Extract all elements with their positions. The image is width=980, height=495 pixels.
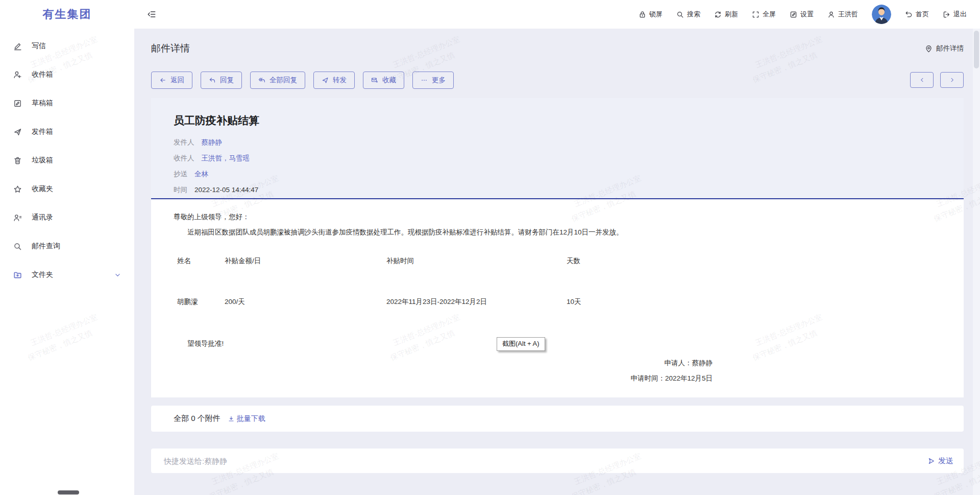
logout-button[interactable]: 退出 (943, 10, 967, 19)
mail-actions: 返回 回复 全部回复 转发 收藏 更多 (151, 72, 454, 89)
forward-button[interactable]: 转发 (313, 72, 355, 89)
paper-plane-icon (13, 128, 22, 136)
search-icon (13, 242, 22, 251)
th-period: 补贴时间 (383, 256, 563, 266)
mail-cc-row: 抄送 全林 (174, 166, 941, 182)
mail-from-row: 发件人 蔡静静 (174, 134, 941, 150)
topbar-tools: 锁屏 搜索 刷新 全屏 设置 王洪哲 首页 (639, 5, 967, 24)
sidebar-item-label: 收藏夹 (32, 184, 53, 194)
applicant-line: 申请人：蔡静静 (174, 356, 713, 371)
fullscreen-button[interactable]: 全屏 (752, 10, 776, 19)
refresh-button[interactable]: 刷新 (714, 10, 738, 19)
th-days: 天数 (563, 256, 580, 266)
sidebar-item-label: 收件箱 (32, 70, 53, 79)
mail-signature: 申请人：蔡静静 申请时间：2022年12月5日 (174, 356, 713, 386)
mail-star-icon (371, 77, 378, 84)
send-button[interactable]: 发送 (927, 456, 953, 466)
from-value[interactable]: 蔡静静 (202, 138, 223, 147)
send-triangle-icon (927, 457, 935, 465)
settings-button[interactable]: 设置 (790, 10, 814, 19)
inbox-person-icon (13, 70, 22, 79)
back-button[interactable]: 返回 (151, 72, 192, 89)
breadcrumb: 邮件详情 (925, 44, 964, 53)
next-mail-button[interactable] (940, 72, 964, 88)
topbar: 锁屏 搜索 刷新 全屏 设置 王洪哲 首页 (134, 0, 980, 29)
reply-button[interactable]: 回复 (201, 72, 242, 89)
star-icon (13, 185, 22, 194)
table-header-row: 姓名 补贴金额/日 补贴时间 天数 (174, 256, 941, 266)
subsidy-table: 姓名 补贴金额/日 补贴时间 天数 胡鹏濛 200/天 2022年11月23日-… (174, 256, 941, 307)
quick-send-input[interactable] (161, 456, 927, 466)
more-dots-icon (421, 77, 428, 84)
search-icon (676, 11, 684, 18)
chevron-down-icon[interactable] (114, 272, 121, 278)
table-row: 胡鹏濛 200/天 2022年11月23日-2022年12月2日 10天 (174, 297, 941, 307)
to-label: 收件人 (174, 154, 194, 163)
sidebar-item-label: 通讯录 (32, 213, 53, 222)
mail-subject: 员工防疫补贴结算 (174, 113, 941, 128)
sidebar: 有生集团 写信 收件箱 草稿箱 发件箱 垃圾箱 收藏夹 通讯录 (0, 0, 134, 495)
home-button[interactable]: 首页 (905, 10, 929, 19)
td-amount: 200/天 (221, 297, 383, 307)
time-label: 时间 (174, 185, 187, 195)
td-period: 2022年11月23日-2022年12月2日 (383, 297, 563, 307)
to-value[interactable]: 王洪哲，马雪瑶 (202, 154, 250, 163)
mail-header: 员工防疫补贴结算 发件人 蔡静静 收件人 王洪哲，马雪瑶 抄送 全林 时间 20… (151, 98, 964, 199)
batch-download-link[interactable]: 批量下载 (228, 414, 265, 423)
sidebar-item-label: 文件夹 (32, 270, 53, 279)
sidebar-item-label: 草稿箱 (32, 99, 53, 108)
quick-send-bar: 发送 (151, 449, 964, 473)
sidebar-item-folders[interactable]: 文件夹 (0, 261, 134, 289)
sidebar-menu: 写信 收件箱 草稿箱 发件箱 垃圾箱 收藏夹 通讯录 邮件查询 (0, 29, 134, 289)
sidebar-item-inbox[interactable]: 收件箱 (0, 60, 134, 89)
reply-all-icon (258, 77, 265, 84)
horizontal-scrollbar-thumb[interactable] (58, 490, 79, 494)
time-value: 2022-12-05 14:44:47 (194, 186, 258, 194)
search-button[interactable]: 搜索 (676, 10, 700, 19)
apply-time-line: 申请时间：2022年12月5日 (174, 371, 713, 386)
vertical-scrollbar[interactable] (973, 29, 980, 495)
lock-screen-button[interactable]: 锁屏 (639, 10, 663, 19)
reply-icon (209, 77, 216, 84)
sidebar-item-mail-search[interactable]: 邮件查询 (0, 232, 134, 261)
favorite-button[interactable]: 收藏 (363, 72, 404, 89)
from-label: 发件人 (174, 138, 194, 147)
mail-to-row: 收件人 王洪哲，马雪瑶 (174, 150, 941, 166)
lock-icon (639, 11, 646, 18)
settings-icon (790, 11, 797, 18)
mail-time-row: 时间 2022-12-05 14:44:47 (174, 182, 941, 198)
sidebar-item-label: 垃圾箱 (32, 156, 53, 165)
attachments-bar: 全部 0 个附件 批量下载 (151, 406, 964, 432)
sidebar-item-contacts[interactable]: 通讯录 (0, 203, 134, 232)
refresh-icon (714, 11, 722, 18)
mail-greeting: 尊敬的上级领导，您好： (174, 213, 941, 222)
more-button[interactable]: 更多 (412, 72, 454, 89)
contacts-icon (13, 214, 22, 222)
td-days: 10天 (563, 297, 581, 307)
folder-plus-icon (13, 271, 22, 279)
chevron-right-icon (949, 77, 955, 83)
menu-fold-icon[interactable] (147, 10, 156, 19)
prev-mail-button[interactable] (910, 72, 934, 88)
pencil-icon (13, 42, 22, 51)
brand-logo: 有生集团 (0, 0, 134, 29)
sidebar-item-label: 发件箱 (32, 127, 53, 136)
sidebar-item-favorites[interactable]: 收藏夹 (0, 175, 134, 203)
forward-icon (322, 77, 329, 84)
scrollbar-thumb[interactable] (974, 31, 979, 68)
cc-label: 抄送 (174, 170, 187, 179)
fullscreen-icon (752, 11, 760, 18)
current-user[interactable]: 王洪哲 (827, 10, 858, 19)
avatar[interactable] (872, 5, 891, 24)
sidebar-item-trash[interactable]: 垃圾箱 (0, 146, 134, 175)
chevron-left-icon (919, 77, 925, 83)
logout-icon (943, 11, 950, 18)
th-amount: 补贴金额/日 (221, 256, 383, 266)
reply-all-button[interactable]: 全部回复 (250, 72, 305, 89)
screenshot-tooltip: 截图(Alt + A) (497, 337, 545, 351)
sidebar-item-compose[interactable]: 写信 (0, 32, 134, 60)
cc-value[interactable]: 全林 (194, 170, 208, 179)
sidebar-item-sent[interactable]: 发件箱 (0, 117, 134, 146)
arrow-left-icon (159, 77, 166, 84)
sidebar-item-drafts[interactable]: 草稿箱 (0, 89, 134, 117)
